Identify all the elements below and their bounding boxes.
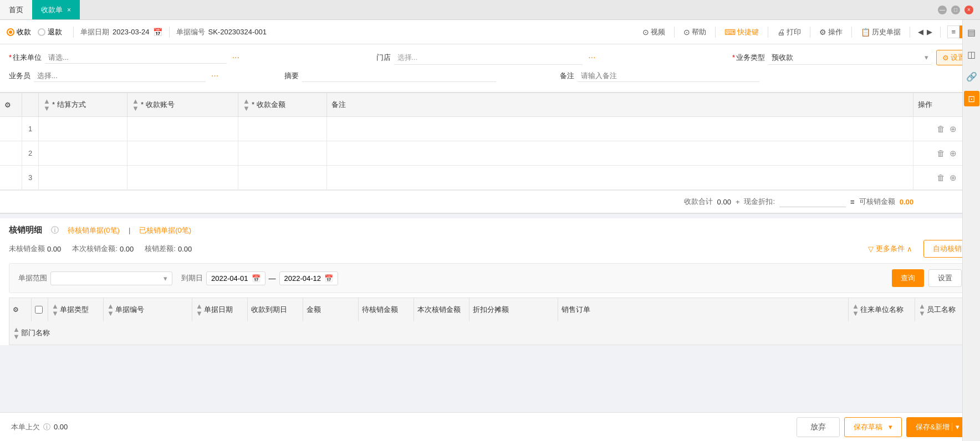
toolbar: 收款 退款 单据日期 2023-03-24 📅 单据编号 SK-20230324… [0, 20, 980, 44]
view-list-btn[interactable]: ≡ [947, 25, 959, 38]
calendar-to-icon[interactable]: 📅 [324, 274, 333, 283]
number-label: 单据编号 [176, 27, 205, 37]
store-more-icon[interactable]: ··· [586, 53, 598, 63]
save-new-arrow[interactable]: ▾ [952, 423, 959, 431]
window-maximize[interactable]: □ [951, 6, 960, 14]
td-payment-3[interactable] [39, 166, 127, 189]
history-btn[interactable]: 📋 历史单据 [859, 26, 903, 38]
refund-radio[interactable]: 退款 [38, 27, 62, 37]
nav-prev[interactable]: ◀ [917, 27, 925, 37]
delete-row-2-icon[interactable]: 🗑 [937, 148, 945, 158]
biztype-select[interactable]: 预收款 ▾ [768, 51, 932, 65]
td-remark-2[interactable] [327, 141, 913, 165]
td-remark-3[interactable] [327, 166, 913, 189]
tab-home[interactable]: 首页 [0, 0, 32, 19]
sub-th-doctype: ▲▼ 单据类型 [48, 298, 104, 321]
td-amount-3[interactable] [238, 166, 327, 189]
print-btn[interactable]: 🖨 打印 [775, 26, 803, 38]
table-row: 1 🗑 ⊕ [0, 117, 980, 141]
partner-field: *往来单位 ··· [9, 52, 242, 64]
sep8 [910, 27, 910, 38]
discount-label: 现金折扣: [744, 197, 775, 207]
pending-tab[interactable]: 待核销单据(0笔) [68, 225, 120, 235]
td-amount-2[interactable] [238, 141, 327, 165]
current-verify-value: 0.00 [120, 245, 134, 253]
td-payment-1[interactable] [39, 117, 127, 141]
shortcut-btn[interactable]: ⌨ 快捷键 [722, 26, 761, 38]
sidebar-layout-icon[interactable]: ◫ [964, 47, 979, 62]
td-account-3[interactable] [127, 166, 238, 189]
sub-th-settings[interactable]: ⚙ [9, 298, 32, 321]
staff-input[interactable] [34, 70, 206, 82]
sub-th-checkbox[interactable] [32, 298, 48, 321]
help-btn[interactable]: ⊙ 帮助 [681, 26, 708, 38]
separator-1 [73, 27, 74, 38]
copy-row-1-icon[interactable]: ⊕ [950, 124, 957, 134]
receipt-radio[interactable]: 收款 [7, 27, 31, 37]
select-all-checkbox[interactable] [35, 306, 43, 314]
eq-sign: = [850, 198, 855, 206]
remark-input[interactable] [578, 70, 759, 82]
sidebar-link-icon[interactable]: 🔗 [964, 69, 979, 84]
sidebar-table-icon[interactable]: ▤ [964, 24, 979, 40]
save-new-button[interactable]: 保存&新增 ▾ [906, 417, 969, 437]
partner-more-icon[interactable]: ··· [230, 53, 242, 63]
verify-info-icon[interactable]: ⓘ [51, 225, 59, 235]
right-sidebar: ▤ ◫ 🔗 ⊡ [962, 20, 980, 441]
copy-row-2-icon[interactable]: ⊕ [950, 148, 957, 158]
save-draft-arrow[interactable]: ▾ [885, 423, 892, 431]
sep5 [768, 27, 768, 38]
biztype-label: *业务类型 [732, 53, 765, 63]
delete-row-3-icon[interactable]: 🗑 [937, 173, 945, 182]
td-settings-3 [0, 166, 22, 189]
th-settings[interactable]: ⚙ [0, 93, 22, 116]
date-label: 单据日期 [80, 27, 109, 37]
info-icon[interactable]: ⓘ [43, 422, 50, 432]
nav-next[interactable]: ▶ [926, 27, 933, 37]
store-select[interactable]: 选择... [394, 51, 583, 65]
current-verify-label: 本次核销金额: [72, 244, 118, 254]
tab-receipt[interactable]: 收款单 × [32, 0, 80, 19]
staff-more-icon[interactable]: ··· [209, 71, 221, 81]
receipt-radio-dot [7, 28, 14, 36]
window-minimize[interactable]: — [938, 6, 947, 14]
calendar-from-icon[interactable]: 📅 [252, 274, 261, 283]
shortcut-label: 快捷键 [737, 27, 759, 37]
range-field: 单据范围 ▾ [18, 271, 172, 285]
window-close[interactable]: × [964, 6, 973, 14]
query-button[interactable]: 查询 [892, 269, 924, 287]
date-to-input[interactable]: 2022-04-12 📅 [279, 271, 339, 285]
td-payment-2[interactable] [39, 141, 127, 165]
tab-close-icon[interactable]: × [67, 6, 71, 14]
filter-settings-button[interactable]: 设置 [928, 269, 962, 287]
partner-input[interactable] [45, 52, 227, 64]
partner-label: *往来单位 [9, 53, 42, 63]
delete-row-1-icon[interactable]: 🗑 [937, 124, 945, 134]
abandon-button[interactable]: 放弃 [797, 417, 840, 437]
calendar-icon[interactable]: 📅 [153, 28, 162, 37]
discount-input[interactable] [779, 196, 846, 207]
total-value: 0.00 [717, 198, 731, 206]
copy-row-3-icon[interactable]: ⊕ [950, 173, 957, 183]
filter-actions: 查询 设置 [892, 269, 962, 287]
store-placeholder: 选择... [397, 53, 418, 63]
td-account-2[interactable] [127, 141, 238, 165]
sidebar-expand-icon[interactable]: ⊡ [964, 91, 979, 106]
date-field: 单据日期 2023-03-24 📅 [80, 27, 162, 37]
save-draft-button[interactable]: 保存草稿 ▾ [844, 417, 902, 437]
sep3 [674, 27, 675, 38]
save-draft-label: 保存草稿 [854, 422, 882, 432]
date-range-field: 到期日 2022-04-01 📅 — 2022-04-12 📅 [181, 271, 338, 285]
th-amount: ▲▼ * 收款金额 [238, 93, 327, 116]
range-select[interactable]: ▾ [50, 271, 172, 285]
more-conditions[interactable]: ▽ 更多条件 ∧ [868, 244, 912, 254]
video-btn[interactable]: ⊙ 视频 [640, 26, 667, 38]
td-remark-1[interactable] [327, 117, 913, 141]
done-tab[interactable]: 已核销单据(0笔) [139, 225, 191, 235]
date-from-input[interactable]: 2022-04-01 📅 [206, 271, 266, 285]
payment-col-label: * 结算方式 [52, 100, 86, 110]
td-account-1[interactable] [127, 117, 238, 141]
td-amount-1[interactable] [238, 117, 327, 141]
action-btn[interactable]: ⚙ 操作 [817, 26, 845, 38]
summary-input[interactable] [302, 70, 496, 82]
